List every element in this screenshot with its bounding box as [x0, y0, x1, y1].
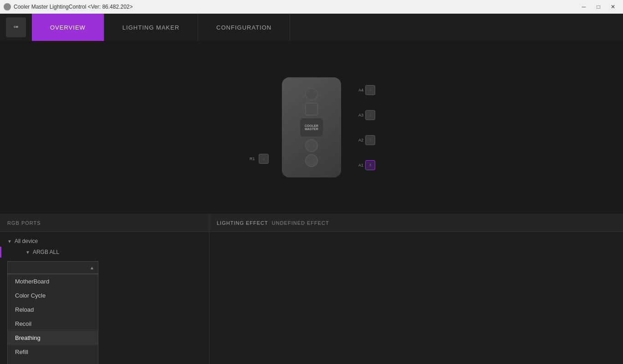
- port-a4-connector[interactable]: ⠿: [365, 85, 375, 95]
- ctrl-button-2[interactable]: [305, 103, 318, 116]
- dropdown-arrow-icon: ▲: [90, 265, 94, 270]
- ctrl-button-3[interactable]: [305, 139, 318, 152]
- port-a4[interactable]: A4 ⠿: [356, 85, 375, 95]
- maximize-button[interactable]: □: [592, 2, 605, 11]
- dropdown-item-reload[interactable]: Reload: [8, 303, 98, 317]
- port-a4-label: A4: [356, 88, 363, 92]
- dropdown-item-motherboard[interactable]: MotherBoard: [8, 274, 98, 288]
- logo-box: CM: [6, 17, 26, 37]
- dropdown-item-refill[interactable]: Refill: [8, 345, 98, 359]
- port-a1-connector[interactable]: ⠿: [365, 160, 375, 170]
- ctrl-button-1[interactable]: [305, 88, 318, 101]
- port-r1-connector[interactable]: ⠿: [259, 154, 269, 164]
- panel-header: RGB PORTS LIGHTING EFFECT Undefined effe…: [0, 214, 623, 232]
- nav-tabs: OVERVIEW LIGHTING MAKER CONFIGURATION: [32, 14, 290, 41]
- panel-body: ▼ All device ▼ ARGB ALL ▲: [0, 232, 623, 364]
- effect-dropdown-trigger[interactable]: ▲: [7, 261, 98, 274]
- effect-dropdown-menu: MotherBoard Color Cycle Reload Recoil Br…: [7, 274, 98, 364]
- ports-right: A4 ⠿ A3 ⠿ A2 ⠿: [356, 77, 375, 177]
- device-view: R1 ⠿ COOLERMASTER A4 ⠿: [0, 41, 623, 214]
- tree-label-all-device: All device: [15, 238, 38, 244]
- ctrl-button-4[interactable]: [305, 154, 318, 167]
- chevron-down-icon-argb: ▼: [26, 250, 30, 255]
- close-button[interactable]: ✕: [607, 2, 619, 11]
- titlebar-left: Cooler Master LightingControl <Ver: 86.4…: [4, 3, 133, 10]
- tab-lighting-maker[interactable]: LIGHTING MAKER: [104, 14, 198, 41]
- right-panel: [209, 232, 623, 364]
- tab-overview[interactable]: OVERVIEW: [32, 14, 104, 41]
- app-icon: [4, 3, 11, 10]
- controller: R1 ⠿ COOLERMASTER A4 ⠿: [275, 77, 348, 177]
- navbar: CM OVERVIEW LIGHTING MAKER CONFIGURATION: [0, 14, 623, 41]
- port-a2-label: A2: [356, 138, 363, 142]
- dropdown-item-recoil[interactable]: Recoil: [8, 317, 98, 331]
- port-a2-connector[interactable]: ⠿: [365, 135, 375, 145]
- bottom-panel: RGB PORTS LIGHTING EFFECT Undefined effe…: [0, 214, 623, 364]
- port-a3-connector[interactable]: ⠿: [365, 110, 375, 120]
- tree-item-argb-all[interactable]: ▼ ARGB ALL: [0, 247, 209, 258]
- dropdown-item-color-cycle[interactable]: Color Cycle: [8, 288, 98, 303]
- ctrl-logo: COOLERMASTER: [300, 118, 323, 136]
- dropdown-item-demo-mode[interactable]: Demo Mode: [8, 359, 98, 364]
- tab-configuration[interactable]: CONFIGURATION: [198, 14, 290, 41]
- port-a3[interactable]: A3 ⠿: [356, 110, 375, 120]
- rgb-ports-header: RGB PORTS: [0, 214, 209, 232]
- main-content: R1 ⠿ COOLERMASTER A4 ⠿: [0, 41, 623, 364]
- window-title: Cooler Master LightingControl <Ver: 86.4…: [14, 4, 133, 10]
- port-r1-label: R1: [250, 157, 257, 161]
- dropdown-item-breathing[interactable]: Breathing: [8, 331, 98, 345]
- port-r1[interactable]: R1 ⠿: [250, 154, 269, 164]
- app-logo: CM: [0, 14, 32, 41]
- port-a3-label: A3: [356, 113, 363, 117]
- lighting-effect-header: LIGHTING EFFECT Undefined effect: [209, 214, 623, 232]
- lighting-effect-label: LIGHTING EFFECT: [217, 220, 268, 226]
- titlebar: Cooler Master LightingControl <Ver: 86.4…: [0, 0, 623, 14]
- port-a1[interactable]: A1 ⠿: [356, 160, 375, 170]
- sidebar: ▼ All device ▼ ARGB ALL ▲: [0, 232, 209, 364]
- tree-item-all-device[interactable]: ▼ All device: [0, 236, 209, 247]
- tree-label-argb-all: ARGB ALL: [33, 249, 59, 255]
- chevron-down-icon: ▼: [7, 239, 12, 244]
- port-a1-label: A1: [356, 163, 363, 167]
- controller-body: COOLERMASTER: [282, 77, 341, 177]
- port-a2[interactable]: A2 ⠿: [356, 135, 375, 145]
- dropdown-area: ▲ MotherBoard Color Cycle Reload Recoil …: [0, 258, 209, 278]
- lighting-effect-value: Undefined effect: [272, 220, 329, 226]
- minimize-button[interactable]: ─: [577, 2, 590, 11]
- titlebar-controls: ─ □ ✕: [577, 2, 619, 11]
- rgb-ports-label: RGB PORTS: [7, 220, 41, 226]
